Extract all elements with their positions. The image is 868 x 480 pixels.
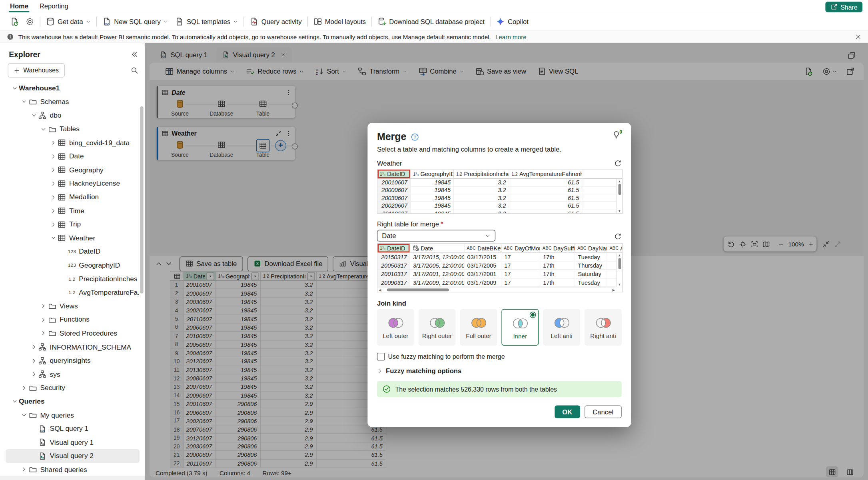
preview-column-dayofmonth[interactable]: ABCDayOfMonth <box>501 244 540 253</box>
tree-item-security[interactable]: Security <box>6 381 140 395</box>
join-kind-left-anti[interactable]: Left anti <box>543 309 580 346</box>
tree-item-sys[interactable]: sys <box>6 368 140 381</box>
expand-toggle[interactable] <box>39 125 48 134</box>
refresh-left-table-icon[interactable] <box>614 160 621 167</box>
tree-item-schemas[interactable]: Schemas <box>6 95 140 109</box>
preview-column-datebkey[interactable]: ABCDateBKey <box>465 244 502 253</box>
right-table-preview: 1²₃DateIDDateABCDateBKeyABCDayOfMonthABC… <box>377 243 622 292</box>
ideas-button[interactable]: 0 <box>612 131 622 139</box>
expand-toggle[interactable] <box>20 98 28 106</box>
collapse-panel-icon[interactable] <box>131 50 138 58</box>
preview-column-daysuffix[interactable]: ABCDaySuffix <box>540 244 575 253</box>
ribbon-item-gear[interactable] <box>22 15 38 28</box>
expand-toggle[interactable] <box>20 465 28 474</box>
ok-button[interactable]: OK <box>555 405 580 418</box>
preview-column-dayname[interactable]: ABCDayName <box>575 244 607 253</box>
tree-item-functions[interactable]: Functions <box>6 313 140 326</box>
expand-toggle[interactable] <box>49 193 58 202</box>
ribbon-item-copilot[interactable]: Copilot <box>493 15 532 28</box>
tree-item-tables[interactable]: Tables <box>6 122 140 136</box>
ribbon-tab-home[interactable]: Home <box>9 0 30 12</box>
share-button[interactable]: Share <box>826 2 862 12</box>
expand-toggle[interactable] <box>49 179 58 188</box>
tree-item-visual-query-2[interactable]: Visual query 2 <box>6 449 140 463</box>
ribbon-item-model-layouts[interactable]: Model layouts <box>310 15 369 28</box>
tree-item-avgtemperaturefa-[interactable]: 1.2AvgTemperatureFa... <box>6 286 140 299</box>
learn-more-link[interactable]: Learn more <box>495 34 527 40</box>
ribbon-item-sql-templates[interactable]: SQL templates <box>172 15 241 28</box>
expand-toggle[interactable] <box>20 411 28 420</box>
tree-item-stored-procedures[interactable]: Stored Procedures <box>6 326 140 340</box>
preview-column-dateid[interactable]: 1²₃DateID <box>377 244 410 253</box>
expand-toggle[interactable] <box>29 342 38 351</box>
join-kind-left-outer[interactable]: Left out​er <box>377 309 414 346</box>
expand-toggle[interactable] <box>39 329 48 338</box>
preview-horizontal-scrollbar[interactable]: ◀▶ <box>377 287 616 292</box>
preview-column-geographyid[interactable]: 1²₃GeographyID <box>411 170 454 179</box>
svg-text:?: ? <box>414 134 416 139</box>
tree-item-hackneylicense[interactable]: HackneyLicense <box>6 177 140 190</box>
expand-toggle[interactable] <box>29 370 38 379</box>
tree-item-warehouse1[interactable]: Warehouse1 <box>6 82 140 95</box>
expand-toggle[interactable] <box>49 220 58 229</box>
tree-item-views[interactable]: Views <box>6 299 140 313</box>
expand-toggle[interactable] <box>49 166 58 174</box>
tree-item-dateid[interactable]: 123DateID <box>6 245 140 258</box>
preview-column-dateid[interactable]: 1²₃DateID <box>377 170 411 179</box>
ribbon-item-page-refresh[interactable] <box>7 15 22 28</box>
tree-item-geographyid[interactable]: 123GeographyID <box>6 258 140 272</box>
preview-vertical-scrollbar[interactable]: ▲▼ <box>616 179 622 213</box>
preview-column-date[interactable]: Date <box>410 244 465 253</box>
expand-toggle[interactable] <box>29 111 38 120</box>
ribbon-item-new-sql-query[interactable]: SQLNew SQL query <box>99 15 172 28</box>
tree-item-dbo[interactable]: dbo <box>6 109 140 122</box>
right-table-dropdown[interactable]: Date <box>377 230 495 242</box>
tree-item-precipitationinches[interactable]: 1.2PrecipitationInches <box>6 272 140 286</box>
tree-item-visual-query-1[interactable]: Visual query 1 <box>6 436 140 449</box>
join-kind-right-outer[interactable]: Right outer <box>419 309 456 346</box>
search-icon[interactable] <box>131 66 138 74</box>
tree-item-weather[interactable]: Weather <box>6 231 140 245</box>
expand-toggle[interactable] <box>20 384 28 392</box>
refresh-right-table-icon[interactable] <box>614 233 621 240</box>
add-warehouses-button[interactable]: Warehouses <box>8 63 65 78</box>
ribbon-item-download-sql-database-project[interactable]: Download SQL database project <box>374 15 488 28</box>
tree-item-date[interactable]: Date <box>6 150 140 163</box>
tree-item-my-queries[interactable]: My queries <box>6 408 140 422</box>
expand-toggle[interactable] <box>29 356 38 365</box>
tree-item-geography[interactable]: Geography <box>6 163 140 177</box>
tree-item-sql-query-1[interactable]: SQLSQL query 1 <box>6 422 140 436</box>
preview-column-precipitationinches[interactable]: 1.2PrecipitationInches <box>454 170 509 179</box>
tree-item-queryinsights[interactable]: queryinsights <box>6 354 140 368</box>
tree-item-trip[interactable]: Trip <box>6 218 140 231</box>
tree-item-medallion[interactable]: Medallion <box>6 190 140 204</box>
ribbon-item-query-activity[interactable]: Query activity <box>246 15 305 28</box>
join-kind-right-anti[interactable]: Right anti <box>585 309 622 346</box>
expand-toggle[interactable] <box>49 206 58 215</box>
fuzzy-matching-checkbox[interactable]: Use fuzzy matching to perform the merge <box>377 353 622 360</box>
preview-vertical-scrollbar[interactable]: ▲▼ <box>616 253 622 287</box>
join-kind-full-outer[interactable]: Full outer <box>460 309 497 346</box>
expand-toggle[interactable] <box>10 84 19 92</box>
join-kind-inner[interactable]: Inner <box>501 309 539 346</box>
preview-column-avgtemperaturefahrenheit[interactable]: 1.2AvgTemperatureFahrenheit <box>509 170 583 179</box>
expand-toggle[interactable] <box>49 138 58 147</box>
expand-toggle[interactable] <box>49 152 58 161</box>
tree-item-shared-queries[interactable]: Shared queries <box>6 463 140 476</box>
help-icon[interactable]: ? <box>411 133 419 141</box>
ribbon-tab-reporting[interactable]: Reporting <box>38 0 70 12</box>
tree-item-time[interactable]: Time <box>6 204 140 218</box>
tree-item-queries[interactable]: Queries <box>6 395 140 408</box>
banner-close-icon[interactable] <box>855 34 861 40</box>
expand-toggle[interactable] <box>10 397 19 406</box>
ribbon-item-get-data[interactable]: Get data <box>43 15 94 28</box>
cancel-button[interactable]: Cancel <box>585 405 622 418</box>
expand-toggle[interactable] <box>39 302 48 310</box>
fuzzy-options-expander[interactable]: Fuzzy matching options <box>377 367 622 375</box>
explorer-scrollbar[interactable] <box>140 83 143 465</box>
expand-toggle[interactable] <box>39 315 48 324</box>
preview-column-a[interactable]: ABCA <box>607 244 622 253</box>
expand-toggle[interactable] <box>49 234 58 242</box>
tree-item-information-schema[interactable]: INFORMATION_SCHEMA <box>6 340 140 354</box>
tree-item-bing-covid-19-data[interactable]: bing_covid-19_data <box>6 136 140 150</box>
